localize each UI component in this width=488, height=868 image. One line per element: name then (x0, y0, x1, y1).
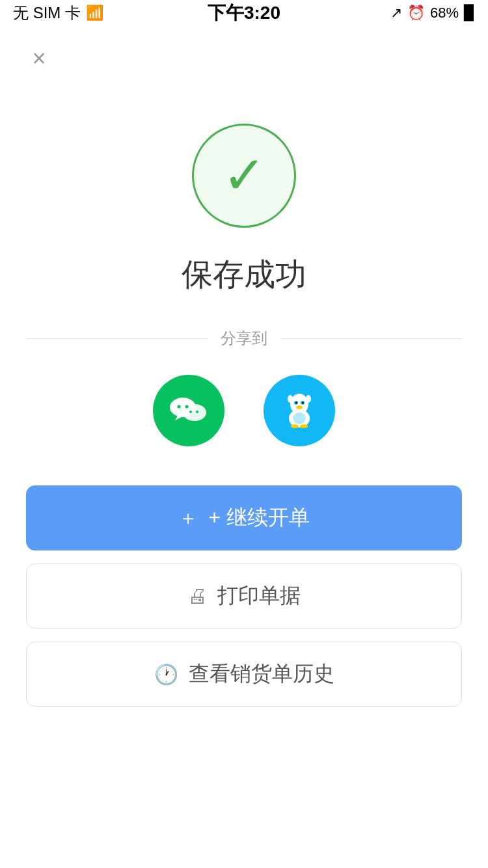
svg-point-16 (300, 424, 308, 428)
alarm-icon: ⏰ (407, 5, 425, 21)
share-label: 分享到 (221, 328, 267, 349)
clock-icon: 🕐 (154, 663, 178, 686)
svg-point-3 (185, 405, 189, 409)
divider-line-left (26, 338, 208, 339)
location-icon: ↗ (390, 5, 402, 21)
continue-button[interactable]: ＋ + 继续开单 (26, 485, 462, 550)
print-icon: 🖨 (187, 585, 207, 607)
share-row (153, 375, 335, 446)
print-button[interactable]: 🖨 打印单据 (26, 563, 462, 629)
main-content: ✓ 保存成功 分享到 (0, 91, 488, 868)
divider-line-right (280, 338, 462, 339)
svg-point-12 (302, 401, 304, 403)
status-right: ↗ ⏰ 68% ▉ (390, 5, 475, 21)
success-title: 保存成功 (182, 254, 306, 295)
carrier-text: 无 SIM 卡 (13, 3, 81, 23)
close-button[interactable]: × (20, 39, 59, 78)
svg-point-4 (189, 411, 192, 413)
battery-icon: ▉ (464, 5, 475, 21)
status-time: 下午3:20 (208, 1, 280, 25)
wechat-icon (166, 388, 211, 433)
history-label: 查看销货单历史 (189, 660, 334, 688)
share-divider: 分享到 (26, 328, 462, 349)
plus-icon: ＋ (178, 505, 198, 532)
continue-label: + 继续开单 (208, 504, 310, 532)
battery-text: 68% (430, 5, 459, 21)
svg-point-13 (296, 405, 303, 409)
action-buttons: ＋ + 继续开单 🖨 打印单据 🕐 查看销货单历史 (26, 485, 462, 707)
checkmark-icon: ✓ (223, 150, 266, 202)
print-label: 打印单据 (217, 582, 301, 610)
qq-icon (278, 390, 321, 432)
wechat-share-button[interactable] (153, 375, 224, 446)
wifi-icon: 📶 (86, 5, 103, 21)
svg-point-2 (178, 405, 181, 409)
qq-share-button[interactable] (264, 375, 335, 446)
svg-point-18 (306, 395, 311, 403)
close-icon: × (32, 45, 46, 72)
svg-point-5 (196, 411, 198, 413)
svg-point-14 (293, 413, 306, 424)
status-carrier: 无 SIM 卡 📶 (13, 3, 103, 23)
history-button[interactable]: 🕐 查看销货单历史 (26, 642, 462, 707)
success-circle: ✓ (192, 124, 296, 228)
svg-point-15 (291, 424, 299, 428)
status-bar: 无 SIM 卡 📶 下午3:20 ↗ ⏰ 68% ▉ (0, 0, 488, 26)
svg-point-17 (288, 395, 293, 403)
svg-point-11 (295, 401, 297, 403)
